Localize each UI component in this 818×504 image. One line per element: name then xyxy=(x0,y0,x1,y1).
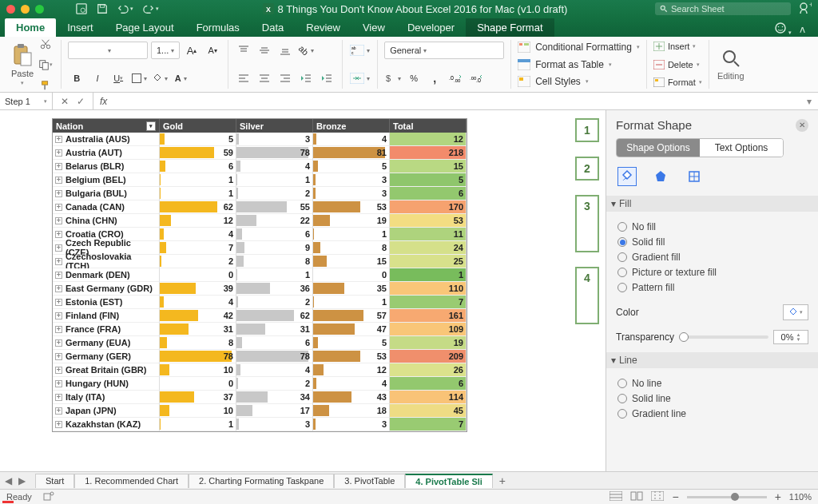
fx-label[interactable]: fx xyxy=(93,96,113,107)
ribbon-tab-shape-format[interactable]: Shape Format xyxy=(466,18,554,37)
decrease-indent-icon[interactable] xyxy=(297,69,315,87)
sheet-tab[interactable]: 3. PivotTable xyxy=(334,474,405,488)
align-middle-icon[interactable] xyxy=(256,42,273,59)
header-total[interactable]: Total xyxy=(390,119,467,133)
expand-icon[interactable]: + xyxy=(55,231,62,238)
expand-icon[interactable]: + xyxy=(55,353,62,360)
undo-icon[interactable]: ▾ xyxy=(117,3,133,14)
align-right-icon[interactable] xyxy=(276,69,294,87)
redo-icon[interactable]: ▾ xyxy=(143,3,159,14)
zoom-level[interactable]: 110% xyxy=(789,492,812,502)
transparency-value[interactable]: 0%▲▼ xyxy=(773,330,808,344)
slicer-step-3[interactable]: 3 xyxy=(575,195,599,252)
format-as-table-button[interactable]: Format as Table xyxy=(535,59,604,70)
save-icon[interactable] xyxy=(97,3,108,14)
delete-cells-button[interactable]: Delete xyxy=(668,60,693,69)
close-pane-icon[interactable]: ✕ xyxy=(796,119,808,132)
scroll-tabs-left-icon[interactable]: ◀ xyxy=(5,475,12,486)
expand-icon[interactable]: + xyxy=(55,244,62,252)
orientation-icon[interactable]: ab xyxy=(297,42,315,59)
filter-icon[interactable]: ▾ xyxy=(146,121,156,131)
scroll-tabs-right-icon[interactable]: ▶ xyxy=(18,475,26,486)
effects-tab-icon[interactable] xyxy=(651,167,670,186)
table-row[interactable]: +Great Britain (GBR)1041226 xyxy=(53,363,467,377)
zoom-in-icon[interactable]: + xyxy=(775,490,781,503)
align-center-icon[interactable] xyxy=(256,69,273,87)
expand-icon[interactable]: + xyxy=(55,339,62,347)
table-row[interactable]: +Germany (GER)787853209 xyxy=(53,350,467,363)
cancel-formula-icon[interactable]: ✕ xyxy=(61,96,69,107)
expand-icon[interactable]: + xyxy=(55,394,62,401)
fill-color-button[interactable] xyxy=(151,69,169,87)
table-row[interactable]: +Italy (ITA)373443114 xyxy=(53,391,467,404)
bold-button[interactable]: B xyxy=(68,69,85,87)
expand-icon[interactable]: + xyxy=(55,299,62,306)
expand-icon[interactable]: + xyxy=(55,367,62,374)
cut-icon[interactable] xyxy=(37,35,54,53)
table-row[interactable]: +Belgium (BEL)1135 xyxy=(53,173,467,187)
search-sheet-input[interactable]: Search Sheet xyxy=(655,2,791,15)
tell-me-icon[interactable]: ▾ xyxy=(774,22,792,37)
line-option-gradient-line[interactable]: Gradient line xyxy=(617,408,807,419)
table-row[interactable]: +Bulgaria (BUL)1236 xyxy=(53,187,467,200)
paste-button[interactable]: Paste▾ xyxy=(11,43,34,86)
table-row[interactable]: +France (FRA)313147109 xyxy=(53,323,467,336)
page-break-view-icon[interactable] xyxy=(651,491,664,502)
increase-decimal-icon[interactable]: .0.00 xyxy=(447,69,464,87)
ribbon-tab-insert[interactable]: Insert xyxy=(56,18,105,37)
decrease-decimal-icon[interactable]: .00.0 xyxy=(467,69,485,87)
align-top-icon[interactable] xyxy=(235,42,252,59)
conditional-formatting-button[interactable]: Conditional Formatting xyxy=(535,42,632,53)
line-option-solid-line[interactable]: Solid line xyxy=(617,393,807,404)
pivot-table[interactable]: Nation▾ Gold Silver Bronze Total +Austra… xyxy=(52,118,467,432)
expand-icon[interactable]: + xyxy=(55,217,62,224)
border-button[interactable] xyxy=(130,69,148,87)
table-row[interactable]: +Finland (FIN)426257161 xyxy=(53,309,467,323)
table-row[interactable]: +Germany (EUA)86519 xyxy=(53,336,467,350)
sheet-tab[interactable]: 2. Charting Formating Taskpane xyxy=(189,474,334,488)
maximize-window[interactable] xyxy=(35,5,44,14)
insert-cells-button[interactable]: Insert xyxy=(668,42,690,51)
number-format-select[interactable]: General xyxy=(384,42,504,59)
cell-styles-button[interactable]: Cell Styles xyxy=(535,76,581,87)
expand-icon[interactable]: + xyxy=(55,312,62,319)
align-bottom-icon[interactable] xyxy=(276,42,294,59)
table-row[interactable]: +East Germany (GDR)393635110 xyxy=(53,282,467,296)
ribbon-tab-page-layout[interactable]: Page Layout xyxy=(105,18,185,37)
ribbon-tab-formulas[interactable]: Formulas xyxy=(185,18,251,37)
table-row[interactable]: +China (CHN)12221953 xyxy=(53,214,467,228)
expand-formula-bar-icon[interactable]: ▾ xyxy=(800,96,818,107)
collapse-ribbon-icon[interactable]: ʌ xyxy=(800,24,805,35)
header-bronze[interactable]: Bronze xyxy=(313,119,390,133)
table-row[interactable]: +Belarus (BLR)64515 xyxy=(53,160,467,173)
worksheet-area[interactable]: Nation▾ Gold Silver Bronze Total +Austra… xyxy=(0,110,606,471)
zoom-out-icon[interactable]: − xyxy=(672,490,678,503)
expand-icon[interactable]: + xyxy=(55,421,62,428)
size-properties-tab-icon[interactable] xyxy=(685,167,704,186)
transparency-slider[interactable] xyxy=(679,335,768,339)
zoom-slider[interactable] xyxy=(687,496,767,498)
slicer-step-4[interactable]: 4 xyxy=(575,267,599,324)
table-row[interactable]: +Austria (AUT)597881218 xyxy=(53,146,467,160)
expand-icon[interactable]: + xyxy=(55,258,62,265)
close-window[interactable] xyxy=(6,5,15,14)
table-row[interactable]: +Estonia (EST)4217 xyxy=(53,296,467,309)
expand-icon[interactable]: + xyxy=(55,177,62,184)
fill-option-no-fill[interactable]: No fill xyxy=(617,221,807,232)
ribbon-tab-review[interactable]: Review xyxy=(295,18,351,37)
fill-option-gradient-fill[interactable]: Gradient fill xyxy=(617,252,807,263)
share-icon[interactable]: + xyxy=(799,2,812,17)
expand-icon[interactable]: + xyxy=(55,380,62,387)
page-layout-view-icon[interactable] xyxy=(630,491,643,502)
table-row[interactable]: +Denmark (DEN)0101 xyxy=(53,268,467,282)
expand-icon[interactable]: + xyxy=(55,136,62,143)
copy-icon[interactable]: ▾ xyxy=(37,56,54,73)
fill-color-picker[interactable]: ▾ xyxy=(783,304,808,320)
sheet-tab[interactable]: 4. PivotTable Sli xyxy=(405,474,493,488)
fill-option-solid-fill[interactable]: Solid fill xyxy=(617,236,807,248)
ribbon-tab-developer[interactable]: Developer xyxy=(396,18,466,37)
table-row[interactable]: +Australia (AUS)53412 xyxy=(53,133,467,146)
editing-group[interactable]: Editing xyxy=(709,40,752,89)
table-row[interactable]: +Japan (JPN)10171845 xyxy=(53,404,467,418)
merge-cells-icon[interactable] xyxy=(349,69,371,87)
